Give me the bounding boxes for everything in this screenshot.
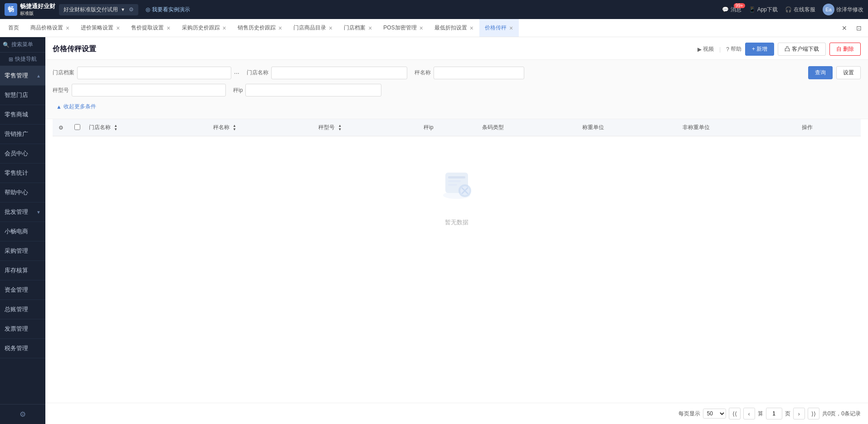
- first-page-btn[interactable]: ⟨⟨: [729, 408, 741, 419]
- empty-state: 暂无数据: [53, 136, 861, 254]
- download-button[interactable]: 凸 客户端下载: [778, 43, 825, 56]
- select-all-checkbox[interactable]: [74, 124, 80, 130]
- th-checkbox[interactable]: [69, 119, 85, 136]
- sidebar-item-general-ledger[interactable]: 总账管理: [0, 300, 45, 319]
- collapse-area: ▲ 收起更多条件: [53, 101, 861, 112]
- tab-store-catalog[interactable]: 门店商品目录 ×: [288, 19, 338, 37]
- tab-price-scale[interactable]: 价格传秤 ×: [479, 19, 519, 37]
- sort-scale-model[interactable]: ▲ ▼: [338, 124, 341, 131]
- last-page-btn[interactable]: ⟩⟩: [808, 408, 819, 419]
- sidebar-item-retail-mall[interactable]: 零售商城: [0, 105, 45, 125]
- sort-scale-name[interactable]: ▲ ▼: [233, 124, 236, 131]
- page-size-label: 每页显示: [678, 410, 700, 418]
- sidebar-item-tax[interactable]: 税务管理: [0, 339, 45, 358]
- tab-pos-mgmt[interactable]: POS加密管理 ×: [378, 19, 429, 37]
- filter-scale-ip-label: 秤ip: [233, 87, 243, 94]
- headset-icon: 🎧: [785, 6, 792, 13]
- tab-store-archive[interactable]: 门店档案 ×: [338, 19, 378, 37]
- store-archive-input[interactable]: [77, 67, 231, 79]
- tab-close-pos-mgmt[interactable]: ×: [419, 25, 423, 31]
- collapse-icon: ▲: [56, 104, 62, 110]
- filter-scale-name: 秤名称: [414, 67, 524, 79]
- tab-min-discount[interactable]: 最低折扣设置 ×: [429, 19, 479, 37]
- sidebar-item-member-center[interactable]: 会员中心: [0, 144, 45, 164]
- sidebar-quick-nav[interactable]: ⊞ 快捷导航: [0, 53, 45, 66]
- message-item[interactable]: 💬 消息 99+: [722, 6, 741, 14]
- settings-button[interactable]: 设置: [836, 66, 861, 79]
- message-badge: 99+: [734, 3, 745, 8]
- sidebar-item-invoice[interactable]: 发票管理: [0, 319, 45, 339]
- sidebar-item-wholesale-mgmt[interactable]: 批发管理 ▼: [0, 202, 45, 222]
- tab-purchase-strategy[interactable]: 进价策略设置 ×: [75, 19, 126, 37]
- tab-bar: 首页 商品价格设置 × 进价策略设置 × 售价提取设置 × 采购历史价跟踪 × …: [0, 19, 868, 37]
- th-operation: 操作: [798, 119, 861, 136]
- th-barcode-type: 条码类型: [478, 119, 579, 136]
- sidebar-item-inventory[interactable]: 库存核算: [0, 261, 45, 280]
- collapse-btn[interactable]: ▲ 收起更多条件: [53, 101, 861, 112]
- video-link[interactable]: ▶ 视频: [697, 45, 714, 53]
- layout: 🔍 搜索菜单 ⊞ 快捷导航 零售管理 ▲ 智慧门店 零售商城 营销推广 会员中心…: [0, 37, 868, 424]
- main-content: 价格传秤设置 ▶ 视频 | ? 帮助 + 新增 凸 客户端下载 自: [45, 37, 868, 424]
- filter-scale-name-label: 秤名称: [414, 69, 431, 77]
- page-size-select[interactable]: 20 50 100: [703, 409, 726, 419]
- tab-close-sale-price[interactable]: ×: [166, 25, 170, 31]
- tab-close-min-discount[interactable]: ×: [470, 25, 473, 31]
- chevron-down-icon: ▼: [36, 210, 41, 215]
- tab-close-purchase-history[interactable]: ×: [223, 25, 226, 31]
- settings-icon[interactable]: ⚙: [129, 6, 134, 13]
- filter-row-1: 门店档案 ··· 门店名称 秤名称 查询 设置: [53, 66, 861, 79]
- sidebar-item-finance[interactable]: 资金管理: [0, 280, 45, 300]
- online-service-item[interactable]: 🎧 在线客服: [785, 6, 815, 14]
- sidebar-item-marketing[interactable]: 营销推广: [0, 125, 45, 144]
- th-settings[interactable]: ⚙: [53, 119, 69, 136]
- tab-close-store-archive[interactable]: ×: [368, 25, 372, 31]
- app-download-item[interactable]: 📱 App下载: [749, 6, 778, 14]
- nav-icon: ⊞: [9, 56, 13, 63]
- scale-ip-input[interactable]: [245, 84, 381, 96]
- add-button[interactable]: + 新增: [745, 43, 774, 56]
- delete-button[interactable]: 自 删除: [829, 43, 861, 56]
- next-page-btn[interactable]: ›: [793, 408, 805, 419]
- scale-name-input[interactable]: [434, 67, 524, 79]
- tab-close-purchase-strategy[interactable]: ×: [116, 25, 120, 31]
- tab-bar-actions: ✕ ⊡: [838, 22, 865, 34]
- help-icon: ?: [726, 46, 729, 53]
- page-number-input[interactable]: [766, 408, 782, 419]
- sidebar-item-smart-store[interactable]: 智慧门店: [0, 86, 45, 105]
- sidebar-item-purchase-mgmt[interactable]: 采购管理: [0, 241, 45, 261]
- tab-close-price-scale[interactable]: ×: [509, 25, 513, 31]
- th-scale-name: 秤名称 ▲ ▼: [210, 119, 315, 136]
- tab-sales-history[interactable]: 销售历史价跟踪 ×: [232, 19, 288, 37]
- tab-home[interactable]: 首页: [3, 19, 25, 37]
- store-name-input[interactable]: [271, 67, 407, 79]
- prev-page-btn[interactable]: ‹: [743, 408, 755, 419]
- user-profile[interactable]: Ea 徐泽华修改: [823, 4, 863, 15]
- sort-store-name[interactable]: ▲ ▼: [114, 124, 117, 131]
- demo-button[interactable]: ◎ 我要看实例演示: [142, 4, 194, 15]
- sidebar-item-help-center[interactable]: 帮助中心: [0, 183, 45, 202]
- sidebar-search[interactable]: 🔍 搜索菜单: [0, 37, 45, 53]
- tab-sale-price[interactable]: 售价提取设置 ×: [126, 19, 176, 37]
- tab-more-btn[interactable]: ⊡: [853, 22, 865, 34]
- page-suffix: 页: [785, 410, 790, 418]
- query-button[interactable]: 查询: [808, 66, 833, 79]
- scale-model-input[interactable]: [72, 84, 226, 96]
- svg-rect-2: [448, 176, 465, 178]
- tab-close-product-price[interactable]: ×: [66, 25, 69, 31]
- version-selector[interactable]: 好业财标准版交付试用 ▾ ⚙: [59, 4, 138, 15]
- empty-icon: [436, 164, 477, 213]
- sidebar-item-ecommerce[interactable]: 小畅电商: [0, 222, 45, 241]
- help-link[interactable]: ? 帮助: [726, 45, 741, 53]
- mobile-icon: 📱: [749, 6, 756, 13]
- filter-row-2: 秤型号 秤ip: [53, 84, 861, 96]
- tab-close-store-catalog[interactable]: ×: [329, 25, 332, 31]
- sidebar-item-retail-stats[interactable]: 零售统计: [0, 164, 45, 183]
- page-label: 算: [758, 410, 763, 418]
- tab-purchase-history[interactable]: 采购历史价跟踪 ×: [176, 19, 232, 37]
- tab-close-all-btn[interactable]: ✕: [838, 22, 851, 34]
- sidebar-item-retail-mgmt[interactable]: 零售管理 ▲: [0, 66, 45, 86]
- store-archive-dots-btn[interactable]: ···: [234, 69, 239, 77]
- tab-product-price[interactable]: 商品价格设置 ×: [25, 19, 75, 37]
- tab-close-sales-history[interactable]: ×: [278, 25, 282, 31]
- sidebar-gear-btn[interactable]: ⚙: [0, 404, 45, 424]
